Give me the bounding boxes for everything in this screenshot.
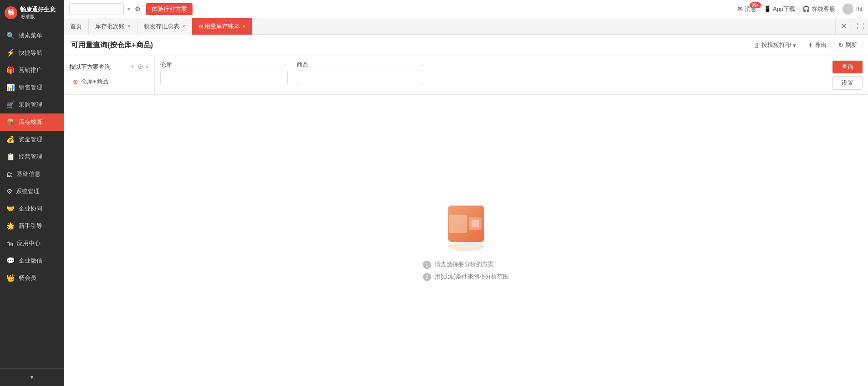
- goods-label-text: 商品: [297, 61, 309, 69]
- sidebar-item-label: 新手引导: [19, 222, 42, 230]
- sidebar-nav: 🔍 搜索菜单 ⚡ 快捷导航 🎁 营销推广 📊 销售管理 🛒 采购管理 📦 库存核…: [0, 24, 64, 368]
- sidebar-header: 畅 畅康通好生意 标准版: [0, 0, 64, 24]
- app-version: 标准版: [21, 14, 56, 20]
- query-button[interactable]: 查询: [832, 61, 863, 73]
- sidebar: 畅 畅康通好生意 标准版 🔍 搜索菜单 ⚡ 快捷导航 🎁 营销推广 📊 销售管理…: [0, 0, 64, 386]
- scheme-actions: ＋ ⊙ «: [129, 62, 149, 71]
- chart-icon: 📊: [6, 83, 15, 92]
- print-label: 按模板打印: [761, 41, 791, 49]
- sidebar-item-label: 畅会员: [19, 274, 36, 282]
- sidebar-item-label: 销售管理: [19, 83, 42, 92]
- add-scheme-icon[interactable]: ＋: [129, 62, 136, 71]
- tip-text-1: 请先选择要分析的方案: [435, 260, 494, 268]
- goods-input[interactable]: [297, 71, 424, 84]
- tab-actions: ✕ ⛶: [835, 18, 868, 35]
- cart-icon: 🛒: [6, 101, 15, 109]
- sidebar-item-system[interactable]: ⚙ 系统管理: [0, 183, 64, 200]
- page-title: 可用量查询(按仓库+商品): [71, 41, 153, 50]
- crown-icon: 👑: [6, 274, 15, 282]
- username-label: Rit: [855, 5, 863, 12]
- goods-field-label: 商品 ···: [297, 61, 424, 69]
- sidebar-item-marketing[interactable]: 🎁 营销推广: [0, 62, 64, 79]
- setting-button[interactable]: 设置: [832, 76, 863, 90]
- sidebar-item-label: 基础信息: [17, 170, 41, 178]
- tab-recv-summary[interactable]: 收发存汇总表 ×: [137, 18, 192, 35]
- sidebar-item-wechat[interactable]: 💬 企业微信: [0, 252, 64, 269]
- refresh-btn[interactable]: ↻ 刷新: [835, 39, 861, 51]
- sidebar-item-sales[interactable]: 📊 销售管理: [0, 79, 64, 96]
- handshake-icon: 🤝: [6, 205, 15, 213]
- chevron-down-icon[interactable]: ▾: [127, 6, 130, 12]
- tab-expand-btn[interactable]: ⛶: [852, 18, 868, 35]
- collapse-scheme-icon[interactable]: «: [145, 62, 149, 71]
- query-panel: 按以下方案查询 ＋ ⊙ « ⊕ 仓库+商品: [64, 56, 868, 95]
- sidebar-item-basic[interactable]: 🗂 基础信息: [0, 165, 64, 183]
- topbar: ▾ ⚙ 体验行业方案 ✉ 消息 99+ 📱 App下载 🎧 在线客服 Rit: [64, 0, 868, 18]
- gear-icon: ⚙: [6, 187, 12, 196]
- page-content: 可用量查询(按仓库+商品) 🖨 按模板打印 ▾ ⬆ 导出 ↻ 刷新: [64, 35, 868, 386]
- sidebar-item-label: 快捷导航: [19, 49, 42, 57]
- query-fields: 仓库 ··· 商品 ···: [155, 56, 827, 94]
- tab-batch-ledger-label: 库存批次账: [95, 22, 125, 31]
- message-badge: 99+: [750, 2, 761, 8]
- topbar-right: ✉ 消息 99+ 📱 App下载 🎧 在线客服 Rit: [738, 4, 863, 15]
- tab-batch-ledger[interactable]: 库存批次账 ×: [89, 18, 137, 35]
- export-label: 导出: [815, 41, 827, 49]
- warehouse-more-btn[interactable]: ···: [283, 62, 288, 68]
- sidebar-item-purchase[interactable]: 🛒 采购管理: [0, 96, 64, 113]
- message-btn[interactable]: ✉ 消息 99+: [738, 5, 756, 13]
- star-icon: 🌟: [6, 222, 15, 230]
- scheme-item-warehouse-goods[interactable]: ⊕ 仓库+商品: [64, 75, 154, 88]
- sidebar-item-label: 应用中心: [17, 239, 41, 247]
- chat-icon: 💬: [6, 257, 15, 265]
- logo-icon: 畅: [5, 6, 17, 19]
- user-btn[interactable]: Rit: [843, 4, 863, 15]
- folder-icon: 🗂: [6, 170, 13, 178]
- tip-num-2: 2: [423, 273, 431, 281]
- app-logo: 畅 畅康通好生意 标准版: [5, 5, 59, 20]
- page-header-actions: 🖨 按模板打印 ▾ ⬆ 导出 ↻ 刷新: [750, 39, 861, 51]
- online-service-btn[interactable]: 🎧 在线客服: [802, 5, 835, 13]
- industry-btn[interactable]: 体验行业方案: [146, 3, 193, 15]
- gift-icon: 🎁: [6, 66, 15, 74]
- print-icon: 🖨: [754, 42, 760, 49]
- sidebar-item-inventory[interactable]: 📦 库存核算: [0, 113, 64, 131]
- app-name: 畅康通好生意: [20, 5, 56, 14]
- tab-close-all-btn[interactable]: ✕: [835, 18, 852, 35]
- tab-batch-ledger-close[interactable]: ×: [127, 23, 131, 30]
- empty-illustration: [439, 196, 493, 251]
- empty-tip-2: 2 用[过滤]条件来缩小分析范围: [423, 273, 509, 281]
- print-chevron-icon: ▾: [793, 42, 796, 49]
- export-icon: ⬆: [808, 42, 813, 49]
- svg-rect-1: [472, 220, 479, 227]
- sidebar-item-label: 营销推广: [19, 66, 42, 74]
- scheme-item-label: 仓库+商品: [81, 77, 108, 86]
- topbar-gear-icon[interactable]: ⚙: [135, 5, 141, 13]
- tab-home[interactable]: 首页: [64, 18, 89, 35]
- sidebar-item-finance[interactable]: 💰 资金管理: [0, 131, 64, 148]
- sidebar-item-guide[interactable]: 🌟 新手引导: [0, 217, 64, 235]
- export-btn[interactable]: ⬆ 导出: [804, 39, 830, 51]
- topbar-search-input[interactable]: [69, 3, 124, 15]
- sidebar-item-appstore[interactable]: 🛍 应用中心: [0, 235, 64, 252]
- warehouse-field: 仓库 ···: [160, 61, 288, 84]
- tab-recv-summary-close[interactable]: ×: [182, 23, 185, 30]
- sidebar-item-operations[interactable]: 📋 经营管理: [0, 148, 64, 165]
- app-download-btn[interactable]: 📱 App下载: [764, 5, 795, 13]
- settings-scheme-icon[interactable]: ⊙: [137, 62, 143, 71]
- sidebar-scroll-down[interactable]: ▼: [0, 372, 64, 382]
- empty-box-icon: [448, 206, 484, 242]
- tab-available-ledger-label: 可用量库存账本: [198, 22, 240, 31]
- sidebar-item-enterprise[interactable]: 🤝 企业协同: [0, 200, 64, 217]
- empty-tip-1: 1 请先选择要分析的方案: [423, 260, 509, 269]
- sidebar-item-search[interactable]: 🔍 搜索菜单: [0, 27, 64, 44]
- box-icon: 📦: [6, 118, 15, 126]
- tab-available-ledger-close[interactable]: ×: [243, 23, 246, 30]
- print-btn[interactable]: 🖨 按模板打印 ▾: [750, 39, 800, 51]
- sidebar-item-member[interactable]: 👑 畅会员: [0, 269, 64, 287]
- tab-available-ledger[interactable]: 可用量库存账本 ×: [192, 18, 253, 35]
- warehouse-field-label: 仓库 ···: [160, 61, 288, 69]
- sidebar-item-shortcuts[interactable]: ⚡ 快捷导航: [0, 44, 64, 62]
- warehouse-input[interactable]: [160, 71, 288, 84]
- goods-more-btn[interactable]: ···: [420, 62, 424, 68]
